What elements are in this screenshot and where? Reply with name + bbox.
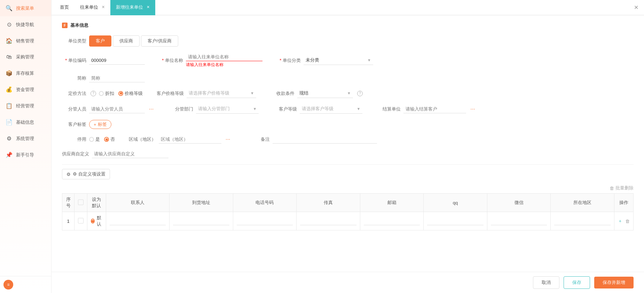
add-row-btn[interactable]: ＋: [618, 218, 622, 224]
manager-label: 分管人员: [62, 106, 86, 112]
unit-type-label: 单位类型: [62, 38, 86, 44]
col-address: 到货地址: [170, 194, 233, 212]
row-region-input[interactable]: [554, 217, 611, 225]
unit-type-customer[interactable]: 客户: [89, 35, 111, 47]
row-phone-input[interactable]: [237, 217, 293, 225]
select-all-checkbox[interactable]: [78, 200, 84, 205]
payment-help-icon[interactable]: ?: [357, 91, 363, 96]
payment-terms-select[interactable]: 现结 ▼: [297, 89, 353, 98]
sidebar-item-inventory[interactable]: 📦 库存核算: [0, 65, 51, 81]
cell-actions: ＋ 🗑: [614, 212, 633, 230]
tab-bar: 首页 往来单位 ✕ 新增往来单位 ✕ ✕: [52, 0, 644, 15]
sidebar-item-guide[interactable]: 📌 新手引导: [0, 147, 51, 163]
tab-home[interactable]: 首页: [54, 0, 74, 15]
customer-price-placeholder: 请选择客户价格等级: [189, 90, 229, 96]
batch-delete-btn[interactable]: 批量删除: [615, 185, 634, 191]
close-all-tabs[interactable]: ✕: [631, 4, 641, 11]
unit-category-value: 未分类: [306, 57, 319, 63]
pricing-help-icon[interactable]: ?: [91, 91, 96, 96]
default-radio-btn[interactable]: [91, 219, 95, 223]
department-group: 分管部门 请输入分管部门 ▼: [169, 104, 259, 114]
sidebar: 🔍 搜索菜单 ⊙ 快捷导航 🏠 销售管理 🛍 采购管理 📦 库存核算 💰 资金管…: [0, 0, 52, 293]
system-icon: ⚙: [6, 135, 13, 142]
yes-radio[interactable]: [89, 137, 94, 142]
custom-settings-btn[interactable]: ⚙ ⚙ 自定义项设置: [62, 169, 110, 179]
unit-category-label: 单位分类: [276, 57, 301, 64]
table-row: 1 默认: [62, 212, 634, 230]
sidebar-item-label: 基础信息: [16, 119, 34, 125]
unit-type-supplier[interactable]: 供应商: [113, 35, 140, 47]
unit-category-select[interactable]: 未分类 ▼: [304, 56, 373, 65]
add-tag-btn[interactable]: + 标签: [89, 120, 111, 129]
region-input[interactable]: [159, 135, 221, 144]
basic-icon: 📄: [6, 119, 13, 125]
sidebar-item-purchase[interactable]: 🛍 采购管理: [0, 49, 51, 65]
tab-new-partner[interactable]: 新增往来单位 ✕: [110, 0, 155, 15]
unit-type-both[interactable]: 客户/供应商: [141, 35, 178, 47]
unit-name-input[interactable]: [186, 53, 262, 61]
tab-partners[interactable]: 往来单位 ✕: [74, 0, 110, 15]
sidebar-item-system[interactable]: ⚙ 系统管理: [0, 130, 51, 147]
sidebar-item-operations[interactable]: 📋 经营管理: [0, 98, 51, 114]
level-radio[interactable]: [118, 91, 123, 96]
disabled-yes[interactable]: 是: [89, 136, 100, 143]
tags-group: 客户标签 + 标签: [62, 120, 111, 129]
row-contact-input[interactable]: [110, 217, 166, 225]
sidebar-item-label: 快捷导航: [16, 22, 34, 28]
cell-checkbox: [74, 212, 87, 230]
cell-default: 默认: [87, 212, 106, 230]
close-partners-tab[interactable]: ✕: [102, 5, 105, 9]
close-new-partner-tab[interactable]: ✕: [147, 5, 150, 9]
tags-label: 客户标签: [62, 121, 86, 128]
manager-more-btn[interactable]: ···: [148, 106, 155, 112]
row-address-input[interactable]: [173, 217, 229, 225]
settlement-unit-label: 结算单位: [376, 106, 401, 112]
department-label: 分管部门: [169, 106, 193, 112]
settlement-unit-input[interactable]: [403, 105, 466, 113]
short-name-input[interactable]: [89, 74, 145, 82]
set-default-radio[interactable]: 默认: [91, 215, 102, 227]
sidebar-item-sales[interactable]: 🏠 销售管理: [0, 33, 51, 49]
pricing-method-label: 定价方法: [62, 90, 86, 97]
pricing-level[interactable]: 价格等级: [118, 90, 143, 97]
sidebar-expand-btn[interactable]: ≡: [3, 280, 13, 290]
settlement-more-btn[interactable]: ···: [469, 106, 476, 112]
supplier-custom-label: 供应商自定义: [62, 151, 89, 157]
col-contact: 联系人: [106, 194, 170, 212]
cell-email: [360, 212, 424, 230]
row-email-input[interactable]: [364, 217, 420, 225]
discount-radio[interactable]: [99, 91, 104, 96]
manager-input[interactable]: [89, 105, 145, 113]
save-button[interactable]: 保存: [564, 276, 590, 289]
row-actions: ＋ 🗑: [618, 218, 630, 224]
sidebar-item-finance[interactable]: 💰 资金管理: [0, 81, 51, 98]
supplier-custom-input[interactable]: [92, 150, 168, 158]
department-select[interactable]: 请输入分管部门 ▼: [196, 104, 259, 114]
row-fax-input[interactable]: [300, 217, 356, 225]
pricing-row: 定价方法 ? 折扣 价格等级 客户价格等级 请选择客户价格等级: [62, 89, 634, 98]
pricing-discount[interactable]: 折扣: [99, 90, 114, 97]
row-qq-input[interactable]: [427, 217, 484, 225]
col-default: 设为默认: [87, 194, 106, 212]
sidebar-item-basic[interactable]: 📄 基础信息: [0, 114, 51, 130]
customer-price-select[interactable]: 请选择客户价格等级 ▼: [187, 89, 256, 98]
cancel-button[interactable]: 取消: [533, 276, 559, 289]
inventory-icon: 📦: [6, 70, 13, 76]
customer-level-select[interactable]: 请选择客户等级 ▼: [300, 104, 362, 114]
row-checkbox[interactable]: [78, 218, 84, 223]
cell-wechat: [487, 212, 551, 230]
disabled-no[interactable]: 否: [104, 136, 115, 143]
batch-delete-area: 🗑 批量删除: [62, 185, 634, 191]
delete-row-btn[interactable]: 🗑: [625, 219, 630, 224]
unit-code-input[interactable]: [89, 56, 145, 65]
row-wechat-input[interactable]: [491, 217, 547, 225]
note-input[interactable]: [273, 135, 377, 144]
sidebar-item-search[interactable]: 🔍 搜索菜单: [0, 0, 51, 16]
batch-delete-icon: 🗑: [610, 186, 614, 191]
no-radio[interactable]: [104, 137, 109, 142]
unit-category-group: 单位分类 未分类 ▼: [276, 56, 373, 65]
col-region: 所在地区: [551, 194, 614, 212]
save-new-button[interactable]: 保存并新增: [594, 277, 634, 288]
sidebar-item-quicknav[interactable]: ⊙ 快捷导航: [0, 16, 51, 33]
region-more-btn[interactable]: ···: [224, 136, 231, 143]
